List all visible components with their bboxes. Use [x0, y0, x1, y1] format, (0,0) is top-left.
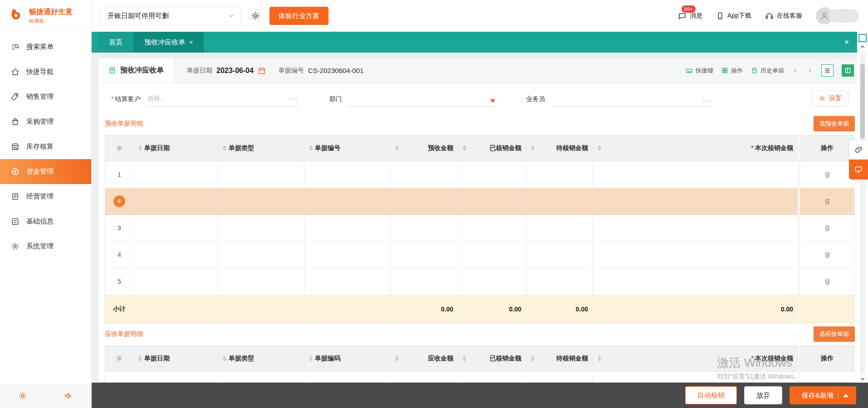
chevron-right-icon[interactable] [807, 68, 813, 74]
scroll-up-arrow[interactable] [860, 45, 865, 48]
operation-menu-button[interactable]: 操作 [721, 67, 743, 75]
restore-window-icon[interactable] [858, 34, 867, 42]
sort-icon[interactable] [223, 146, 226, 151]
cell-type[interactable] [218, 161, 304, 188]
chevron-up-icon[interactable] [843, 394, 848, 397]
sidebar-item-search-menu[interactable]: 搜索菜单 [0, 34, 91, 59]
cell-current-writeoff[interactable] [593, 161, 798, 188]
sort-icon[interactable] [309, 146, 313, 151]
sort-icon[interactable] [463, 146, 466, 151]
cell-receivable-amount[interactable] [391, 372, 458, 383]
customer-input[interactable]: 选择... ··· [146, 93, 300, 107]
column-header-receivable-amount[interactable]: 应收金额 [391, 345, 458, 372]
scroll-down-arrow[interactable] [860, 378, 865, 381]
trash-icon[interactable] [824, 224, 831, 232]
cell-type[interactable] [218, 268, 304, 295]
sort-icon[interactable] [598, 356, 601, 361]
column-settings-cell[interactable] [105, 345, 134, 372]
cell-pending-amount[interactable] [526, 372, 593, 383]
tab-prepaid-writeoff[interactable]: 预收冲应收单 × [133, 32, 204, 53]
column-header-current-writeoff[interactable]: *本次核销金额 [593, 135, 798, 161]
cell-prepaid-amount[interactable] [391, 242, 458, 268]
cell-pending-amount[interactable] [526, 161, 593, 188]
cell-type[interactable] [218, 188, 304, 215]
lookup-dots-icon[interactable]: ··· [702, 99, 712, 103]
column-header-pending-amount[interactable]: 待核销金额 [526, 345, 593, 372]
cell-number[interactable] [304, 372, 391, 383]
trash-icon[interactable] [824, 198, 831, 205]
document-title-tab[interactable]: 预收冲应收单 [98, 58, 174, 83]
column-header-writtenoff-amount[interactable]: 已核销金额 [458, 135, 526, 161]
sidebar-item-quick-nav[interactable]: 快捷导航 [0, 59, 91, 84]
trash-icon[interactable] [824, 278, 831, 286]
feedback-float-button[interactable] [849, 160, 868, 180]
speaker-icon[interactable] [64, 391, 73, 400]
app-download-item[interactable]: App下载 [716, 12, 751, 20]
gear-icon[interactable] [18, 391, 27, 400]
select-prepaid-docs-button[interactable]: 选预收单据 [814, 116, 855, 131]
sort-icon[interactable] [598, 146, 601, 151]
sidebar-item-funds[interactable]: 资金管理 [0, 159, 91, 184]
column-header-number[interactable]: 单据编号 [304, 135, 391, 161]
trial-solution-button[interactable]: 体验行业方案 [270, 7, 329, 25]
cell-number[interactable] [304, 188, 391, 215]
column-header-type[interactable]: 单据类型 [218, 135, 304, 161]
column-header-writtenoff-amount[interactable]: 已核销金额 [458, 345, 526, 372]
cell-writtenoff-amount[interactable] [458, 215, 526, 242]
sidebar-item-sales[interactable]: 销售管理 [0, 84, 91, 109]
scrollbar-track[interactable] [860, 50, 865, 375]
cell-current-writeoff[interactable] [593, 268, 798, 295]
department-input[interactable] [347, 97, 497, 107]
column-header-date[interactable]: 单据日期 [134, 345, 218, 372]
form-view-button[interactable] [842, 64, 854, 77]
sidebar-item-business[interactable]: 经营管理 [0, 184, 91, 209]
cell-number[interactable] [304, 161, 391, 188]
period-dropdown[interactable]: 开账日期可停用可删 [101, 7, 241, 25]
cell-number[interactable] [304, 242, 391, 268]
cell-number[interactable] [304, 215, 391, 242]
dropdown-caret-icon[interactable] [490, 99, 495, 103]
cell-type[interactable] [218, 372, 304, 383]
cell-number[interactable] [304, 268, 391, 295]
column-settings-cell[interactable] [105, 135, 134, 161]
cell-pending-amount[interactable] [526, 242, 593, 268]
sort-icon[interactable] [531, 146, 535, 151]
column-header-current-writeoff[interactable]: *本次核销金额 [593, 345, 798, 372]
cell-pending-amount[interactable] [526, 188, 593, 215]
cell-writtenoff-amount[interactable] [458, 372, 526, 383]
save-and-new-button[interactable]: 保存&新增 [790, 386, 856, 404]
cell-type[interactable] [218, 215, 304, 242]
cell-writtenoff-amount[interactable] [458, 161, 526, 188]
calendar-icon[interactable] [258, 67, 266, 75]
chevron-left-icon[interactable] [792, 68, 799, 74]
sort-icon[interactable] [309, 356, 313, 361]
trash-icon[interactable] [824, 171, 831, 179]
cell-writtenoff-amount[interactable] [458, 268, 526, 295]
sidebar-item-system[interactable]: 系统管理 [0, 234, 91, 259]
trash-icon[interactable] [824, 381, 831, 383]
sort-icon[interactable] [463, 356, 466, 361]
tab-home[interactable]: 首页 [98, 32, 133, 53]
column-header-pending-amount[interactable]: 待核销金额 [526, 135, 593, 161]
auto-writeoff-button[interactable]: 自动核销 [685, 386, 737, 404]
messages-item[interactable]: 99+ 消息 [678, 12, 702, 20]
cell-date[interactable] [134, 188, 218, 215]
cell-prepaid-amount[interactable] [391, 161, 458, 188]
add-row-button[interactable]: + [113, 195, 125, 207]
cell-pending-amount[interactable] [526, 215, 593, 242]
sidebar-item-basic-info[interactable]: 基础信息 [0, 209, 91, 234]
sort-icon[interactable] [138, 356, 142, 361]
cell-prepaid-amount[interactable] [391, 268, 458, 295]
cell-pending-amount[interactable] [526, 268, 593, 295]
cell-current-writeoff[interactable] [593, 242, 798, 268]
list-view-button[interactable] [821, 64, 834, 77]
cell-date[interactable] [134, 161, 218, 188]
sort-icon[interactable] [223, 356, 226, 361]
cell-date[interactable] [134, 372, 218, 383]
column-header-prepaid-amount[interactable]: 预收金额 [391, 135, 458, 161]
sort-icon[interactable] [138, 146, 142, 151]
sort-icon[interactable] [395, 146, 399, 151]
user-account[interactable] [816, 7, 859, 24]
cell-prepaid-amount[interactable] [391, 188, 458, 215]
select-receivable-docs-button[interactable]: 选应收单据 [814, 326, 855, 342]
